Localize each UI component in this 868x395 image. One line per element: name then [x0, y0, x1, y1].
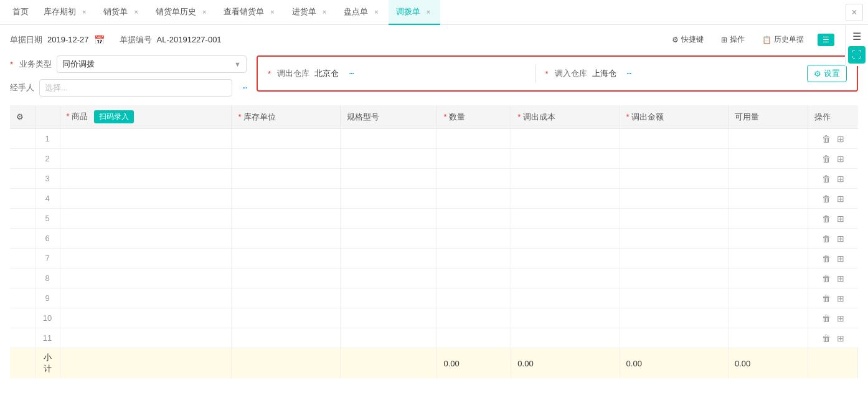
row-spec-cell[interactable]	[340, 129, 437, 149]
row-unit-cell[interactable]	[232, 149, 340, 169]
row-spec-cell[interactable]	[340, 249, 437, 269]
tab-close-view-sales[interactable]: ×	[268, 7, 276, 17]
row-quantity-cell[interactable]	[437, 189, 511, 209]
row-amount-cell[interactable]	[620, 169, 728, 189]
row-available-cell[interactable]	[728, 269, 808, 288]
row-amount-cell[interactable]	[620, 249, 728, 269]
tab-close-sales-history[interactable]: ×	[200, 7, 209, 17]
row-spec-cell[interactable]	[340, 328, 437, 348]
delete-icon[interactable]: 🗑	[822, 174, 831, 184]
warehouse-in-ellipsis-icon[interactable]: ···	[626, 68, 631, 79]
row-available-cell[interactable]	[728, 288, 808, 308]
copy-icon[interactable]: ⊞	[837, 154, 844, 164]
row-available-cell[interactable]	[728, 328, 808, 348]
row-available-cell[interactable]	[728, 169, 808, 189]
row-cost-cell[interactable]	[511, 249, 620, 269]
tab-transfer-order[interactable]: 调拨单 ×	[389, 0, 440, 25]
tab-close-transfer-order[interactable]: ×	[424, 7, 433, 17]
row-cost-cell[interactable]	[511, 149, 620, 169]
row-quantity-cell[interactable]	[437, 328, 511, 348]
copy-icon[interactable]: ⊞	[837, 333, 844, 343]
delete-icon[interactable]: 🗑	[822, 274, 831, 283]
row-cost-cell[interactable]	[511, 129, 620, 149]
row-spec-cell[interactable]	[340, 229, 437, 249]
copy-icon[interactable]: ⊞	[837, 134, 844, 144]
warehouse-out-ellipsis-icon[interactable]: ···	[349, 68, 353, 79]
row-available-cell[interactable]	[728, 308, 808, 328]
row-quantity-cell[interactable]	[437, 149, 511, 169]
row-product-cell[interactable]	[60, 288, 232, 308]
row-spec-cell[interactable]	[340, 189, 437, 209]
delete-icon[interactable]: 🗑	[822, 293, 831, 303]
row-product-cell[interactable]	[60, 189, 232, 209]
row-spec-cell[interactable]	[340, 288, 437, 308]
tab-sales-history[interactable]: 销货单历史 ×	[148, 0, 216, 25]
row-available-cell[interactable]	[728, 149, 808, 169]
row-amount-cell[interactable]	[620, 189, 728, 209]
tab-close-purchase-order[interactable]: ×	[320, 7, 329, 17]
tab-inventory-check[interactable]: 盘点单 ×	[336, 0, 388, 25]
row-unit-cell[interactable]	[232, 288, 340, 308]
calendar-icon[interactable]: 📅	[94, 35, 105, 45]
tab-home[interactable]: 首页	[5, 0, 36, 25]
delete-icon[interactable]: 🗑	[822, 313, 831, 323]
delete-icon[interactable]: 🗑	[822, 134, 831, 144]
row-available-cell[interactable]	[728, 249, 808, 269]
row-quantity-cell[interactable]	[437, 169, 511, 189]
copy-icon[interactable]: ⊞	[837, 214, 844, 224]
row-quantity-cell[interactable]	[437, 129, 511, 149]
row-available-cell[interactable]	[728, 209, 808, 229]
row-amount-cell[interactable]	[620, 149, 728, 169]
row-amount-cell[interactable]	[620, 209, 728, 229]
row-amount-cell[interactable]	[620, 269, 728, 288]
layout-btn1[interactable]: ☰	[818, 34, 834, 46]
operation-btn[interactable]: ⊞ 操作	[717, 32, 748, 47]
row-spec-cell[interactable]	[340, 308, 437, 328]
delete-icon[interactable]: 🗑	[822, 214, 831, 224]
row-cost-cell[interactable]	[511, 169, 620, 189]
row-spec-cell[interactable]	[340, 209, 437, 229]
gear-icon[interactable]: ⚙	[16, 112, 24, 121]
row-amount-cell[interactable]	[620, 288, 728, 308]
row-product-cell[interactable]	[60, 269, 232, 288]
row-available-cell[interactable]	[728, 129, 808, 149]
handler-select[interactable]: 选择...	[39, 79, 232, 97]
tab-close-inventory-init[interactable]: ×	[80, 7, 88, 17]
row-amount-cell[interactable]	[620, 229, 728, 249]
row-unit-cell[interactable]	[232, 189, 340, 209]
tab-close-sales-order[interactable]: ×	[131, 7, 140, 17]
scan-entry-button[interactable]: 扫码录入	[94, 110, 134, 123]
row-unit-cell[interactable]	[232, 249, 340, 269]
row-amount-cell[interactable]	[620, 328, 728, 348]
row-product-cell[interactable]	[60, 308, 232, 328]
row-product-cell[interactable]	[60, 328, 232, 348]
side-list-icon[interactable]: ☰	[848, 27, 866, 45]
row-cost-cell[interactable]	[511, 229, 620, 249]
copy-icon[interactable]: ⊞	[837, 174, 844, 184]
row-unit-cell[interactable]	[232, 269, 340, 288]
settings-button[interactable]: ⚙ 设置	[807, 65, 847, 82]
delete-icon[interactable]: 🗑	[822, 333, 831, 343]
row-amount-cell[interactable]	[620, 129, 728, 149]
row-cost-cell[interactable]	[511, 209, 620, 229]
row-unit-cell[interactable]	[232, 308, 340, 328]
row-product-cell[interactable]	[60, 249, 232, 269]
row-product-cell[interactable]	[60, 129, 232, 149]
row-quantity-cell[interactable]	[437, 229, 511, 249]
row-product-cell[interactable]	[60, 169, 232, 189]
handler-ellipsis-icon[interactable]: ···	[242, 82, 247, 93]
row-spec-cell[interactable]	[340, 269, 437, 288]
row-quantity-cell[interactable]	[437, 269, 511, 288]
row-available-cell[interactable]	[728, 189, 808, 209]
row-quantity-cell[interactable]	[437, 249, 511, 269]
business-type-select[interactable]: 同价调拨 ▼	[57, 55, 247, 73]
row-cost-cell[interactable]	[511, 308, 620, 328]
row-unit-cell[interactable]	[232, 129, 340, 149]
copy-icon[interactable]: ⊞	[837, 254, 844, 264]
row-available-cell[interactable]	[728, 229, 808, 249]
row-cost-cell[interactable]	[511, 328, 620, 348]
delete-icon[interactable]: 🗑	[822, 194, 831, 204]
row-quantity-cell[interactable]	[437, 288, 511, 308]
delete-icon[interactable]: 🗑	[822, 154, 831, 164]
copy-icon[interactable]: ⊞	[837, 194, 844, 204]
